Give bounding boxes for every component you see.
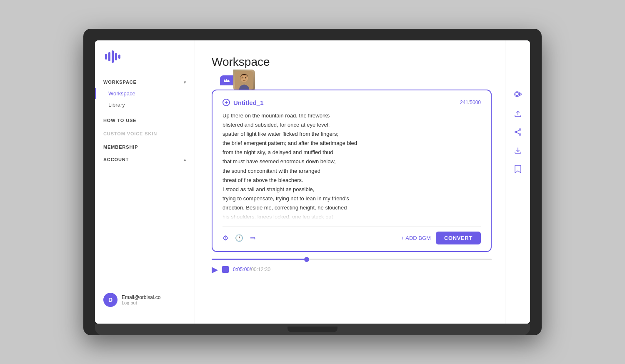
- play-button[interactable]: ▶: [212, 264, 218, 274]
- workspace-section-header[interactable]: WORKSPACE ▾: [95, 76, 195, 88]
- time-display: 0:05:00/00:12:30: [233, 267, 270, 272]
- progress-bar[interactable]: [212, 259, 492, 260]
- right-toolbar: [505, 40, 530, 324]
- sidebar-item-workspace[interactable]: Workspace: [95, 88, 195, 99]
- editor-header: + Untitled_1 241/5000: [222, 99, 481, 106]
- account-section: ACCOUNT ▴: [95, 154, 195, 169]
- editor-footer: ⚙ 🕐 ⇒ + ADD BGM CONVERT: [222, 226, 481, 244]
- svg-point-12: [516, 92, 518, 96]
- char-max: 5000: [470, 100, 481, 105]
- convert-button[interactable]: CONVERT: [436, 232, 481, 244]
- account-section-header[interactable]: ACCOUNT ▴: [95, 154, 195, 165]
- main-content: Workspace: [195, 40, 505, 324]
- voice-avatar[interactable]: [233, 70, 255, 91]
- progress-fill: [212, 259, 307, 260]
- editor-text-area[interactable]: Up there on the mountain road, the firew…: [222, 111, 481, 219]
- crown-badge: [220, 75, 233, 85]
- sidebar-item-library[interactable]: Library: [95, 99, 195, 110]
- text-content: Up there on the mountain road, the firew…: [222, 111, 481, 219]
- svg-rect-3: [115, 53, 117, 60]
- svg-point-10: [245, 77, 246, 79]
- user-email: Email@orbisai.co: [122, 294, 161, 300]
- voice-synthesis-icon[interactable]: [513, 90, 522, 100]
- svg-point-9: [242, 77, 243, 79]
- add-bgm-button[interactable]: + ADD BGM: [401, 235, 431, 241]
- app-logo: [95, 50, 195, 76]
- sidebar-item-how-to-use[interactable]: HOW TO USE: [95, 114, 195, 127]
- sidebar-item-membership[interactable]: MEMBERSHIP: [95, 140, 195, 154]
- editor-title: + Untitled_1: [222, 99, 264, 106]
- workspace-section: WORKSPACE ▾ Workspace Library: [95, 76, 195, 114]
- stop-button[interactable]: [222, 266, 229, 273]
- editor-wrapper: + Untitled_1 241/5000 Up there on the mo…: [212, 79, 492, 274]
- chevron-up-icon: ▴: [184, 157, 186, 162]
- share-icon[interactable]: [514, 128, 522, 136]
- svg-rect-4: [118, 55, 120, 59]
- current-time: 0:05:00: [233, 267, 250, 272]
- player-controls: ▶ 0:05:00/00:12:30: [212, 264, 492, 274]
- audio-player: ▶ 0:05:00/00:12:30: [212, 259, 492, 274]
- sidebar: WORKSPACE ▾ Workspace Library HOW TO USE…: [95, 40, 195, 324]
- progress-thumb[interactable]: [304, 257, 309, 262]
- download-icon[interactable]: [514, 146, 522, 155]
- char-current: 241: [460, 100, 468, 105]
- editor-actions: + ADD BGM CONVERT: [401, 232, 481, 244]
- user-info: Email@orbisai.co Log out: [122, 294, 161, 305]
- editor-tools: ⚙ 🕐 ⇒: [222, 234, 255, 242]
- upload-icon[interactable]: [514, 110, 522, 118]
- svg-rect-1: [108, 52, 110, 61]
- page-title: Workspace: [212, 55, 492, 69]
- clock-icon[interactable]: 🕐: [235, 234, 243, 242]
- workspace-section-label: WORKSPACE: [103, 80, 137, 85]
- avatar: D: [103, 293, 118, 307]
- settings-icon[interactable]: ⚙: [222, 234, 228, 242]
- bookmark-icon[interactable]: [514, 165, 522, 174]
- chevron-down-icon: ▾: [184, 80, 186, 85]
- sidebar-item-custom-voice: CUSTOM VOICE SKIN: [95, 127, 195, 140]
- editor-card: + Untitled_1 241/5000 Up there on the mo…: [212, 90, 492, 252]
- voice-badge: [220, 70, 255, 91]
- logout-link[interactable]: Log out: [122, 300, 161, 305]
- add-voice-icon[interactable]: +: [222, 99, 230, 106]
- user-profile-area: D Email@orbisai.co Log out: [95, 286, 195, 314]
- svg-rect-2: [112, 50, 114, 63]
- svg-rect-0: [105, 54, 107, 60]
- editor-title-text[interactable]: Untitled_1: [233, 99, 264, 106]
- account-section-label: ACCOUNT: [103, 157, 129, 162]
- total-time: 00:12:30: [251, 267, 270, 272]
- arrow-icon[interactable]: ⇒: [250, 234, 255, 242]
- char-count: 241/5000: [460, 100, 481, 105]
